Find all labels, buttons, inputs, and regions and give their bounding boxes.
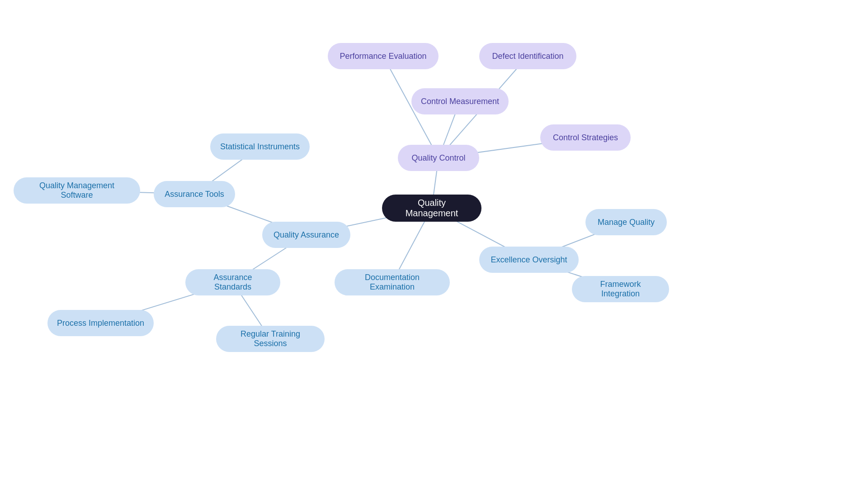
node-quality-control[interactable]: Quality Control xyxy=(398,145,479,171)
node-framework-integration[interactable]: Framework Integration xyxy=(572,276,669,302)
node-regular-training-sessions[interactable]: Regular Training Sessions xyxy=(216,326,325,352)
node-manage-quality[interactable]: Manage Quality xyxy=(585,209,667,235)
center-node[interactable]: Quality Management xyxy=(382,195,481,222)
node-documentation-examination[interactable]: Documentation Examination xyxy=(335,269,450,295)
node-assurance-tools[interactable]: Assurance Tools xyxy=(154,181,235,207)
node-statistical-instruments[interactable]: Statistical Instruments xyxy=(210,133,310,160)
node-quality-assurance[interactable]: Quality Assurance xyxy=(262,222,350,248)
node-control-measurement[interactable]: Control Measurement xyxy=(411,88,509,114)
node-control-strategies[interactable]: Control Strategies xyxy=(540,124,631,151)
mindmap-container: Quality ManagementQuality ControlPerform… xyxy=(0,0,868,490)
node-quality-management-software[interactable]: Quality Management Software xyxy=(14,177,140,204)
node-performance-evaluation[interactable]: Performance Evaluation xyxy=(328,43,439,69)
node-assurance-standards[interactable]: Assurance Standards xyxy=(185,269,280,295)
node-process-implementation[interactable]: Process Implementation xyxy=(47,310,154,336)
node-excellence-oversight[interactable]: Excellence Oversight xyxy=(479,247,579,273)
node-defect-identification[interactable]: Defect Identification xyxy=(479,43,576,69)
connection-lines xyxy=(0,0,868,490)
